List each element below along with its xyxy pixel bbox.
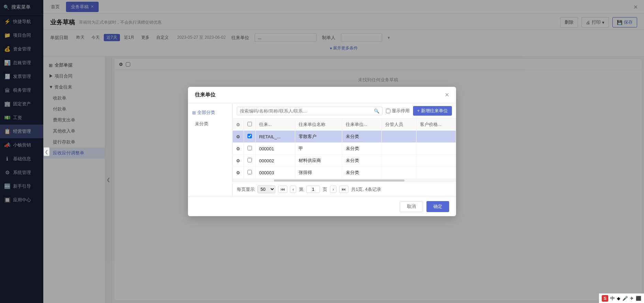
row-gear[interactable]: ⚙: [233, 155, 244, 167]
all-categories-header[interactable]: ⊞ 全部分类: [188, 107, 232, 118]
cancel-btn[interactable]: 取消: [400, 201, 423, 212]
page-number-input[interactable]: [306, 186, 320, 193]
row-price-group: [416, 167, 456, 179]
row-checkbox[interactable]: [244, 155, 256, 167]
row-gear[interactable]: ⚙: [233, 143, 244, 155]
col-code: 往来...: [256, 119, 295, 131]
dialog-body: ⊞ 全部分类 未分类 ❮ 🔍: [188, 103, 456, 197]
row-manager: [381, 167, 416, 179]
dialog-overlay[interactable]: 往来单位 ✕ ⊞ 全部分类 未分类 ❮: [0, 0, 644, 303]
table-header-row: ⚙ 往来... 往来单位名称 往来单位... 分管人员 客户价格...: [233, 119, 456, 131]
row-category: 未分类: [342, 143, 381, 155]
search-input[interactable]: [240, 108, 372, 114]
dialog-title: 往来单位: [195, 92, 215, 98]
pagination: 每页显示 50 20 100 ⏮ ‹ 第 页 › ⏭ 共1页, 4条记录: [233, 182, 456, 197]
per-page-select[interactable]: 50 20 100: [257, 185, 275, 193]
table-row[interactable]: ⚙ RETAIL_... 零散客户 未分类: [233, 131, 456, 143]
scrollbar-thumb[interactable]: [274, 179, 404, 182]
brand-icon: S: [602, 295, 608, 302]
col-settings: ⚙: [233, 119, 244, 131]
first-page-btn[interactable]: ⏮: [278, 186, 287, 193]
col-price-group: 客户价格...: [416, 119, 456, 131]
show-disabled-checkbox[interactable]: [386, 109, 390, 113]
partner-dialog: 往来单位 ✕ ⊞ 全部分类 未分类 ❮: [188, 87, 456, 216]
show-disabled-label[interactable]: 显示停用: [386, 108, 410, 114]
col-name: 往来单位名称: [295, 119, 342, 131]
row-category: 未分类: [342, 155, 381, 167]
row-manager: [381, 155, 416, 167]
row-category: 未分类: [342, 167, 381, 179]
col-checkbox: [244, 119, 256, 131]
dialog-scrollbar[interactable]: [233, 179, 456, 182]
dialog-table: ⚙ 往来... 往来单位名称 往来单位... 分管人员 客户价格... ⚙: [233, 119, 456, 179]
row-gear[interactable]: ⚙: [233, 131, 244, 143]
row-code: 000002: [256, 155, 295, 167]
row-category: 未分类: [342, 131, 381, 143]
diamond-icon[interactable]: ◆: [617, 296, 620, 301]
bottom-taskbar: S 中 ◆ 🎤 ✈ ⬛: [599, 293, 644, 303]
mic-icon[interactable]: 🎤: [622, 296, 628, 301]
row-code: 000003: [256, 167, 295, 179]
row-price-group: [416, 155, 456, 167]
airplane-icon[interactable]: ✈: [630, 296, 634, 301]
dialog-close-btn[interactable]: ✕: [445, 92, 449, 98]
table-row[interactable]: ⚙ 000002 材料供应商 未分类: [233, 155, 456, 167]
header-checkbox[interactable]: [247, 122, 252, 126]
row-price-group: [416, 143, 456, 155]
col-manager: 分管人员: [381, 119, 416, 131]
dialog-footer: 取消 确定: [188, 197, 456, 216]
search-icon-btn[interactable]: 🔍: [374, 108, 379, 114]
dialog-sidebar: ⊞ 全部分类 未分类 ❮: [188, 103, 233, 197]
grid-icon-2: ⊞: [192, 110, 196, 115]
dialog-search-toolbar: 🔍 显示停用 + 新增往来单位: [233, 103, 456, 119]
row-manager: [381, 143, 416, 155]
row-manager: [381, 131, 416, 143]
ime-icon[interactable]: 中: [610, 295, 615, 302]
dialog-header: 往来单位 ✕: [188, 87, 456, 103]
row-name: 材料供应商: [295, 155, 342, 167]
row-name: 零散客户: [295, 131, 342, 143]
row-code: 000001: [256, 143, 295, 155]
row-name: 张筛得: [295, 167, 342, 179]
row-checkbox[interactable]: [244, 143, 256, 155]
dialog-content: 🔍 显示停用 + 新增往来单位 ⚙: [233, 103, 456, 197]
row-checkbox[interactable]: [244, 131, 256, 143]
table-row[interactable]: ⚙ 000003 张筛得 未分类: [233, 167, 456, 179]
table-row[interactable]: ⚙ 000001 甲 未分类: [233, 143, 456, 155]
row-name: 甲: [295, 143, 342, 155]
confirm-btn[interactable]: 确定: [426, 201, 449, 212]
row-code: RETAIL_...: [256, 131, 295, 143]
box-icon[interactable]: ⬛: [636, 296, 641, 301]
col-type: 往来单位...: [342, 119, 381, 131]
last-page-btn[interactable]: ⏭: [339, 186, 348, 193]
next-page-btn[interactable]: ›: [330, 186, 336, 193]
search-box: 🔍: [237, 107, 382, 115]
prev-page-btn[interactable]: ‹: [290, 186, 296, 193]
row-gear[interactable]: ⚙: [233, 167, 244, 179]
row-price-group: [416, 131, 456, 143]
uncategorized-item[interactable]: 未分类: [188, 118, 232, 129]
row-checkbox[interactable]: [244, 167, 256, 179]
add-partner-btn[interactable]: + 新增往来单位: [413, 106, 452, 116]
